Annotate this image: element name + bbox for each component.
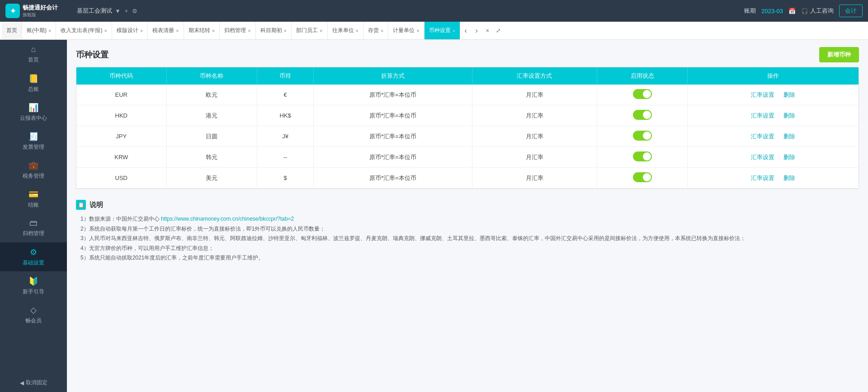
cell-symbol: HK$ (257, 105, 314, 126)
sidebar: ⌂ 首页 📒 总账 📊 云报表中心 🧾 发票管理 💼 税务管理 💳 结账 🗃 归… (0, 40, 67, 392)
delete-link[interactable]: 删除 (783, 154, 795, 161)
sidebar-item-checkout[interactable]: 💳 结账 (0, 184, 67, 213)
tab-inventory-close[interactable]: × (381, 28, 383, 33)
tab-contacts[interactable]: 往来单位 × (328, 22, 363, 40)
cell-status (597, 105, 688, 126)
col-code: 币种代码 (76, 67, 166, 85)
settings-icon[interactable]: ⚙ (132, 8, 137, 14)
period-label: 账期 (744, 7, 756, 15)
account-button[interactable]: 会计 (839, 5, 863, 17)
cell-status (597, 126, 688, 147)
tab-expand-button[interactable]: ⤢ (493, 22, 504, 40)
page-title: 币种设置 (76, 49, 108, 60)
sidebar-item-tax[interactable]: 💼 税务管理 (0, 156, 67, 184)
table-row: HKD 港元 HK$ 原币*汇率=本位币 月汇率 汇率设置 删除 (76, 105, 859, 126)
sidebar-collapse-button[interactable]: ◀ 取消固定 (0, 373, 67, 392)
sidebar-item-invoice[interactable]: 🧾 发票管理 (0, 127, 67, 156)
rate-setting-link[interactable]: 汇率设置 (751, 112, 774, 119)
headset-icon: 🎧 (801, 8, 808, 14)
tab-currency-close[interactable]: × (453, 28, 455, 33)
tab-tax-form[interactable]: 税表清册 × (148, 22, 184, 40)
tab-template-close[interactable]: × (140, 28, 143, 33)
sidebar-item-invoice-label: 发票管理 (23, 143, 44, 151)
sidebar-item-member[interactable]: ◇ 畅会员 (0, 300, 67, 329)
notes-item: 2）系统自动获取每月第一个工作日的汇率标价，统一为直接标价法，即1外币可以兑换的… (80, 224, 859, 234)
support-button[interactable]: 🎧 人工咨询 (801, 7, 834, 15)
tab-next-button[interactable]: › (471, 22, 482, 40)
tab-income-close[interactable]: × (104, 28, 107, 33)
col-calc: 折算方式 (314, 67, 472, 85)
cell-name: 美元 (166, 168, 257, 189)
cell-rate-method: 月汇率 (472, 85, 597, 105)
notes-link[interactable]: https://www.chinamoney.com.cn/chinese/bk… (161, 216, 294, 222)
table-header-row: 币种代码 币种名称 币符 折算方式 汇率设置方式 启用状态 操作 (76, 67, 859, 85)
sidebar-item-home[interactable]: ⌂ 首页 (0, 40, 67, 69)
sidebar-item-settings-label: 基础设置 (23, 259, 44, 267)
tab-close-all-button[interactable]: × (482, 22, 493, 40)
rate-setting-link[interactable]: 汇率设置 (751, 133, 774, 140)
invoice-icon: 🧾 (28, 132, 38, 142)
cell-symbol: J¥ (257, 126, 314, 147)
add-icon[interactable]: ＋ (123, 7, 129, 15)
cell-name: 日圆 (166, 126, 257, 147)
guide-icon: 🔰 (28, 276, 38, 286)
tab-home[interactable]: 首页 (2, 22, 22, 40)
tab-ledger-close[interactable]: × (48, 28, 51, 33)
col-symbol: 币符 (257, 67, 314, 85)
tab-income[interactable]: 收入支出表(年报) × (56, 22, 112, 40)
sidebar-item-settings[interactable]: ⚙ 基础设置 (0, 242, 67, 271)
tab-tax-form-close[interactable]: × (176, 28, 179, 33)
delete-link[interactable]: 删除 (783, 133, 795, 140)
tab-prev-button[interactable]: ‹ (460, 22, 471, 40)
delete-link[interactable]: 删除 (783, 175, 795, 181)
tab-inventory[interactable]: 存货 × (363, 22, 388, 40)
cell-status (597, 85, 688, 105)
notes-icon: 📋 (76, 200, 86, 210)
calendar-icon[interactable]: 📅 (788, 8, 796, 14)
tab-currency[interactable]: 币种设置 × (425, 22, 460, 40)
sidebar-item-archive[interactable]: 🗃 归档管理 (0, 213, 67, 242)
cell-actions: 汇率设置 删除 (688, 105, 859, 126)
col-rate-method: 汇率设置方式 (472, 67, 597, 85)
collapse-icon: ◀ (20, 380, 24, 386)
sidebar-item-reports[interactable]: 📊 云报表中心 (0, 98, 67, 127)
header-actions: 账期 2023-03 📅 🎧 人工咨询 会计 (744, 5, 863, 17)
notes-list: 1）数据来源：中国外汇交易中心 https://www.chinamoney.c… (76, 214, 859, 263)
cell-actions: 汇率设置 删除 (688, 147, 859, 168)
tab-dept-close[interactable]: × (320, 28, 322, 33)
tab-ledger[interactable]: 账(中期) × (22, 22, 56, 40)
tab-subject-init-close[interactable]: × (284, 28, 287, 33)
rate-setting-link[interactable]: 汇率设置 (751, 91, 774, 98)
app-header: ✦ 畅捷通好会计 旗舰版 基层工会测试 ▼ ＋ ⚙ 账期 2023-03 📅 🎧… (0, 0, 868, 22)
tab-unit-close[interactable]: × (416, 28, 419, 33)
toggle-switch[interactable] (633, 151, 652, 161)
tab-archive-close[interactable]: × (248, 28, 250, 33)
notes-item: 1）数据来源：中国外汇交易中心 https://www.chinamoney.c… (80, 214, 859, 224)
sidebar-item-archive-label: 归档管理 (23, 230, 44, 237)
company-area[interactable]: 基层工会测试 ▼ ＋ ⚙ (77, 7, 137, 15)
new-currency-button[interactable]: 新增币种 (819, 47, 859, 62)
toggle-switch[interactable] (633, 172, 652, 182)
tab-period-end[interactable]: 期末结转 × (184, 22, 220, 40)
tab-income-label: 收入支出表(年报) (61, 27, 102, 34)
tab-subject-init[interactable]: 科目期初 × (256, 22, 292, 40)
cell-code: JPY (76, 126, 166, 147)
delete-link[interactable]: 删除 (783, 112, 795, 119)
tab-template[interactable]: 模版设计 × (112, 22, 148, 40)
tab-dept[interactable]: 部门员工 × (292, 22, 327, 40)
tab-contacts-close[interactable]: × (356, 28, 359, 33)
tab-archive[interactable]: 归档管理 × (220, 22, 255, 40)
toggle-switch[interactable] (633, 89, 652, 99)
rate-setting-link[interactable]: 汇率设置 (751, 175, 774, 181)
cell-actions: 汇率设置 删除 (688, 85, 859, 105)
delete-link[interactable]: 删除 (783, 91, 795, 98)
sidebar-item-guide[interactable]: 🔰 新手引导 (0, 271, 67, 300)
toggle-switch[interactable] (633, 131, 652, 141)
tab-unit[interactable]: 计量单位 × (388, 22, 424, 40)
sidebar-item-ledger[interactable]: 📒 总账 (0, 69, 67, 98)
company-dropdown-icon[interactable]: ▼ (115, 8, 121, 14)
tab-dept-label: 部门员工 (296, 27, 318, 34)
rate-setting-link[interactable]: 汇率设置 (751, 154, 774, 161)
toggle-switch[interactable] (633, 110, 652, 120)
tab-period-end-close[interactable]: × (212, 28, 215, 33)
